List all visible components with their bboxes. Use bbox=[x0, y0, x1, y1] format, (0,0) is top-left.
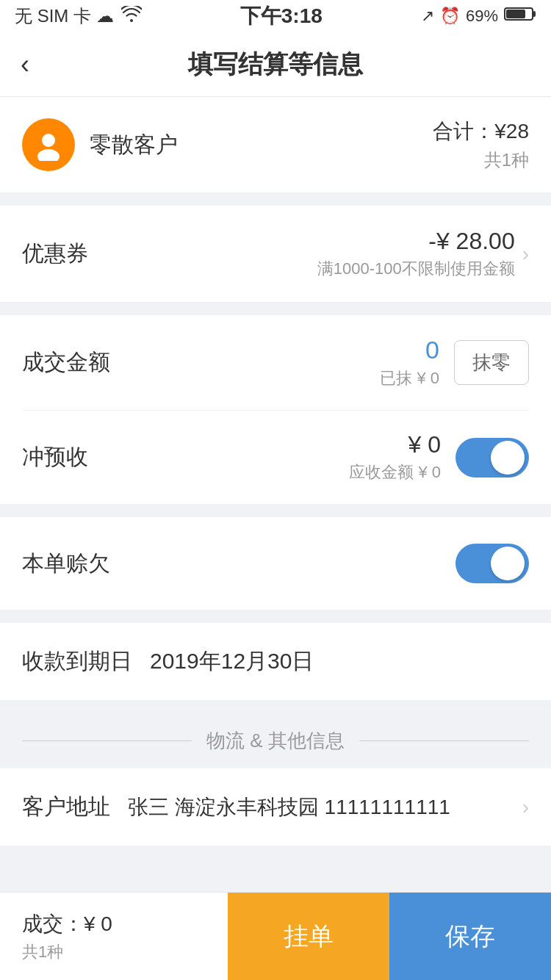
back-button[interactable]: ‹ bbox=[21, 49, 29, 80]
bottom-deal-label: 成交：¥ 0 bbox=[22, 910, 206, 938]
status-right: ↗ ⏰ 69% bbox=[421, 6, 536, 26]
customer-section: 零散客户 合计：¥28 共1种 bbox=[0, 97, 551, 192]
coupon-label: 优惠券 bbox=[22, 239, 88, 269]
address-chevron-icon: › bbox=[522, 796, 529, 819]
address-section[interactable]: 客户地址 张三 海淀永丰科技园 11111111111 › bbox=[0, 768, 551, 846]
prepay-amount-sub: 应收金额 ¥ 0 bbox=[349, 461, 441, 483]
total-amount: 合计：¥28 bbox=[433, 118, 529, 145]
divider-line-left bbox=[22, 741, 192, 741]
customer-right: 合计：¥28 共1种 bbox=[433, 118, 529, 172]
coupon-discount: -¥ 28.00 bbox=[317, 228, 515, 255]
round-zero-button[interactable]: 抹零 bbox=[454, 340, 529, 385]
debt-toggle-knob bbox=[491, 547, 525, 580]
due-date-row: 收款到期日 2019年12月30日 bbox=[0, 623, 551, 700]
deal-amount-sub: 已抹 ¥ 0 bbox=[380, 367, 439, 389]
coupon-chevron-icon: › bbox=[522, 242, 529, 266]
wifi-icon bbox=[121, 6, 142, 26]
alarm-icon: ⏰ bbox=[440, 7, 460, 26]
location-icon: ↗ bbox=[421, 7, 434, 26]
logistics-label: 物流 & 其他信息 bbox=[206, 728, 345, 754]
address-value: 张三 海淀永丰科技园 11111111111 bbox=[128, 793, 522, 821]
debt-toggle[interactable] bbox=[455, 544, 529, 583]
debt-section: 本单赊欠 bbox=[0, 517, 551, 610]
customer-left: 零散客户 bbox=[22, 118, 178, 171]
prepay-row: 冲预收 ¥ 0 应收金额 ¥ 0 bbox=[0, 411, 551, 504]
due-date-section: 收款到期日 2019年12月30日 bbox=[0, 623, 551, 700]
logistics-divider: 物流 & 其他信息 bbox=[0, 713, 551, 768]
due-date-label: 收款到期日 bbox=[22, 646, 132, 677]
coupon-section[interactable]: 优惠券 -¥ 28.00 满1000-100不限制使用金额 › bbox=[0, 206, 551, 302]
bottom-bar: 成交：¥ 0 共1种 挂单 保存 bbox=[0, 892, 551, 980]
customer-name: 零散客户 bbox=[90, 130, 178, 160]
svg-point-4 bbox=[37, 149, 60, 161]
debt-label: 本单赊欠 bbox=[22, 549, 110, 579]
deal-amount-row: 成交金额 0 已抹 ¥ 0 抹零 bbox=[0, 315, 551, 410]
deal-section: 成交金额 0 已抹 ¥ 0 抹零 冲预收 ¥ 0 应收金额 ¥ 0 bbox=[0, 315, 551, 504]
prepay-toggle-knob bbox=[491, 441, 525, 475]
address-label: 客户地址 bbox=[22, 792, 110, 822]
page-title: 填写结算等信息 bbox=[188, 48, 363, 82]
address-row: 客户地址 张三 海淀永丰科技园 11111111111 › bbox=[0, 768, 551, 846]
battery-label: 69% bbox=[466, 7, 498, 26]
bottom-deal-amount: ¥ 0 bbox=[84, 912, 112, 935]
bottom-info: 成交：¥ 0 共1种 bbox=[0, 910, 228, 963]
status-time: 下午3:18 bbox=[240, 2, 323, 30]
prepay-toggle[interactable] bbox=[455, 438, 529, 478]
avatar bbox=[22, 118, 75, 171]
coupon-right: -¥ 28.00 满1000-100不限制使用金额 › bbox=[317, 228, 529, 280]
bottom-deal-text: 成交： bbox=[22, 912, 84, 935]
hold-button[interactable]: 挂单 bbox=[228, 893, 389, 981]
svg-rect-1 bbox=[533, 11, 536, 17]
content: 零散客户 合计：¥28 共1种 优惠券 -¥ 28.00 满1000-100不限… bbox=[0, 97, 551, 954]
prepay-amount-value: ¥ 0 bbox=[349, 431, 441, 458]
svg-point-3 bbox=[42, 134, 55, 147]
deal-amount-label: 成交金额 bbox=[22, 347, 110, 378]
battery-icon bbox=[504, 6, 536, 26]
sim-label: 无 SIM 卡 ☁ bbox=[15, 4, 114, 28]
status-bar: 无 SIM 卡 ☁ 下午3:18 ↗ ⏰ 69% bbox=[0, 0, 551, 32]
prepay-label: 冲预收 bbox=[22, 442, 88, 472]
coupon-desc: 满1000-100不限制使用金额 bbox=[317, 258, 515, 280]
nav-bar: ‹ 填写结算等信息 bbox=[0, 32, 551, 97]
bottom-count: 共1种 bbox=[22, 941, 206, 963]
due-date-value: 2019年12月30日 bbox=[150, 646, 314, 677]
divider-line-right bbox=[359, 741, 529, 741]
save-button[interactable]: 保存 bbox=[389, 893, 551, 981]
status-left: 无 SIM 卡 ☁ bbox=[15, 4, 142, 28]
total-count: 共1种 bbox=[433, 148, 529, 172]
svg-rect-2 bbox=[506, 10, 525, 18]
deal-amount-value: 0 bbox=[380, 336, 439, 364]
debt-row: 本单赊欠 bbox=[0, 517, 551, 610]
